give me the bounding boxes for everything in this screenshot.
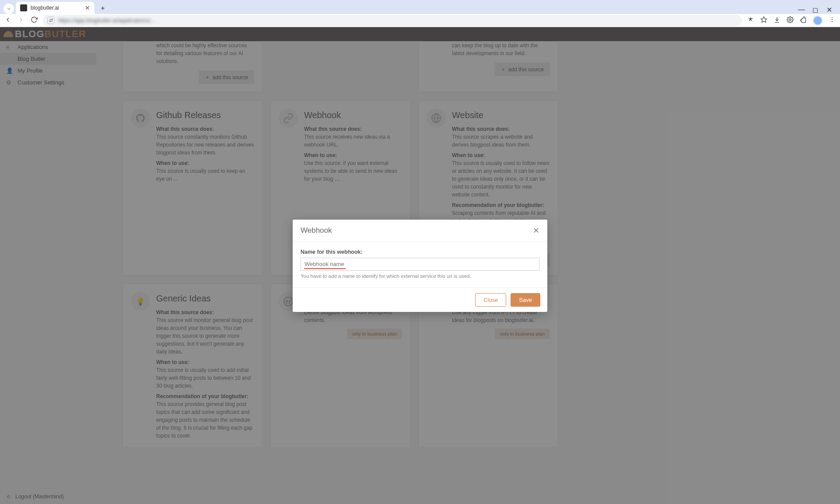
new-tab-button[interactable]: + <box>97 3 108 14</box>
close-window-button[interactable]: ✕ <box>826 6 832 14</box>
modal-close-button[interactable]: Close <box>475 293 506 307</box>
tab-title: blogbutler.ai <box>31 5 59 11</box>
address-bar[interactable]: ⇄ https://app.blogbutler.ai/applications… <box>43 15 742 26</box>
maximize-button[interactable]: ◻ <box>812 6 818 14</box>
modal-save-button[interactable]: Save <box>511 293 540 307</box>
svg-point-1 <box>789 19 791 21</box>
profile-avatar[interactable] <box>813 16 822 25</box>
tab-favicon <box>20 4 27 11</box>
url-text: https://app.blogbutler.ai/applications/… <box>58 17 156 24</box>
translate-icon[interactable] <box>747 16 754 25</box>
tab-close-icon[interactable]: ✕ <box>85 4 90 11</box>
downloads-icon[interactable] <box>774 16 780 25</box>
svg-point-4 <box>832 21 833 22</box>
webhook-modal: Webhook ✕ Name for this webhook: You hav… <box>293 220 547 312</box>
browser-toolbar: ⇄ https://app.blogbutler.ai/applications… <box>0 14 840 27</box>
tab-strip: blogbutler.ai ✕ + — ◻ ✕ <box>0 0 840 14</box>
extensions-icon[interactable] <box>800 16 807 25</box>
svg-point-3 <box>832 19 833 20</box>
webhook-name-input[interactable] <box>301 258 539 271</box>
modal-overlay[interactable]: Webhook ✕ Name for this webhook: You hav… <box>0 27 840 504</box>
browser-chrome: blogbutler.ai ✕ + — ◻ ✕ ⇄ https://app.bl… <box>0 0 840 27</box>
svg-marker-0 <box>761 17 766 22</box>
back-button[interactable] <box>4 16 11 25</box>
modal-close-icon[interactable]: ✕ <box>533 226 539 235</box>
forward-button[interactable] <box>18 16 24 25</box>
browser-tab[interactable]: blogbutler.ai ✕ <box>16 2 94 14</box>
svg-point-2 <box>832 17 833 18</box>
gear-icon[interactable] <box>787 16 794 25</box>
reload-button[interactable] <box>31 16 38 25</box>
webhook-name-hint: You have to add a name to identify for w… <box>301 273 539 279</box>
site-settings-icon[interactable]: ⇄ <box>47 17 55 24</box>
modal-title: Webhook <box>301 226 332 235</box>
bookmark-icon[interactable] <box>760 16 767 25</box>
window-controls: — ◻ ✕ <box>798 6 836 14</box>
webhook-name-label: Name for this webhook: <box>301 249 539 255</box>
minimize-button[interactable]: — <box>798 6 804 14</box>
tab-list-button[interactable] <box>4 4 14 14</box>
kebab-menu-icon[interactable] <box>829 16 836 25</box>
app-root: BLOGBUTLER ≡ Applications Blog Butler 👤 … <box>0 27 840 504</box>
